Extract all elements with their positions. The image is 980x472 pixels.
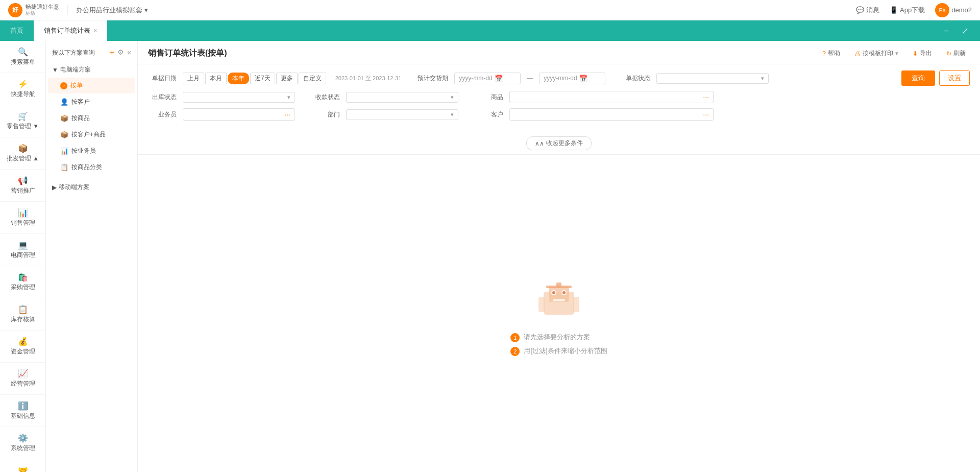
date-btn-7days[interactable]: 近7天 [250,73,275,84]
tab-close-icon[interactable]: × [93,27,97,34]
page-header-actions: ? 帮助 🖨 按模板打印 ▾ ⬇ 导出 ↻ 刷新 [818,47,970,60]
sidebar-item-shortcut[interactable]: ⚡ 快捷导航 [0,73,45,105]
scheme-category-label: 按商品分类 [71,163,102,172]
product-select[interactable]: ··· [509,91,714,103]
sidebar-item-sales[interactable]: 📊 销售管理 [0,202,45,234]
user-name: demo2 [951,6,972,14]
scheme-cust-prod-label: 按客户+商品 [71,130,106,139]
svg-point-5 [562,291,566,294]
doc-status-label: 单据状态 [622,74,650,83]
logo-title: 畅捷通好生意 [26,4,59,10]
tip-text-1: 请先选择要分析的方案 [524,333,590,342]
sidebar-item-finance[interactable]: 💰 资金管理 [0,331,45,363]
scheme-item-salesperson[interactable]: 📊 按业务员 [48,143,135,159]
tab-home[interactable]: 首页 [0,20,34,41]
sidebar-item-enterprise[interactable]: 🤝 企业协同 [0,459,45,472]
order-active-dot: ○ [60,82,67,89]
expected-date-to[interactable]: yyyy-mm-dd 📅 [539,73,605,84]
customer-select[interactable]: ··· [509,108,714,121]
tip-num-2: 2 [510,347,520,356]
sidebar-item-wholesale[interactable]: 📦 批发管理 ▲ [0,137,45,170]
sidebar-item-purchase[interactable]: 🛍️ 采购管理 [0,266,45,298]
tab-active[interactable]: 销售订单统计表 × [34,20,107,41]
left-panel: 按以下方案查询 + ⚙ « ▼ 电脑端方案 ○ 按单 [46,41,138,472]
department-select[interactable]: ▾ [346,109,458,120]
mobile-section-arrow: ▶ [52,184,57,191]
date-label: 单据日期 [148,74,177,83]
add-scheme-btn[interactable]: + [110,48,114,57]
date-btn-more[interactable]: 更多 [276,73,298,84]
query-btn[interactable]: 查询 [901,70,935,86]
doc-status-select[interactable]: ▾ [656,73,769,84]
expected-date-from[interactable]: yyyy-mm-dd 📅 [454,73,521,84]
pc-section-label: 电脑端方案 [60,65,91,74]
scheme-item-product[interactable]: 📦 按商品 [48,110,135,126]
sidebar-label-marketing: 营销推广 [0,186,45,195]
top-bar: 好 畅捷通好生意 标版 办公用品行业模拟账套 ▾ 💬 消息 📱 App下载 Ea… [0,0,980,20]
date-to-placeholder: yyyy-mm-dd [544,75,577,82]
main-layout: 🔍 搜索菜单 ⚡ 快捷导航 🛒 零售管理 ▼ 📦 批发管理 ▲ 📢 营销推广 📊… [0,41,980,472]
sidebar-item-search[interactable]: 🔍 搜索菜单 [0,41,45,73]
sidebar-item-inventory[interactable]: 📋 库存核算 [0,298,45,331]
collapse-more-btn[interactable]: ∧∧ 收起更多条件 [526,136,592,150]
content-area: 按以下方案查询 + ⚙ « ▼ 电脑端方案 ○ 按单 [46,41,980,472]
message-btn[interactable]: 💬 消息 [856,6,879,15]
help-icon: ? [822,50,826,57]
sidebar-item-basic[interactable]: ℹ️ 基础信息 [0,395,45,427]
refresh-btn[interactable]: ↻ 刷新 [942,47,970,60]
avatar: Ea [935,3,949,17]
collapse-panel-btn[interactable]: « [127,48,131,57]
sidebar: 🔍 搜索菜单 ⚡ 快捷导航 🛒 零售管理 ▼ 📦 批发管理 ▲ 📢 营销推广 📊… [0,41,46,472]
payment-status-label: 收款状态 [311,93,340,102]
logo-icon: 好 [8,3,22,17]
sidebar-item-system[interactable]: ⚙️ 系统管理 [0,427,45,459]
sidebar-label-purchase: 采购管理 [0,283,45,292]
app-label: App下载 [900,6,925,15]
user-area[interactable]: Ea demo2 [935,3,972,17]
tab-minimize-btn[interactable]: – [939,23,953,38]
print-btn[interactable]: 🖨 按模板打印 ▾ [850,47,902,60]
pc-section-title[interactable]: ▼ 电脑端方案 [46,62,137,77]
date-btn-this-month[interactable]: 本月 [205,73,227,84]
sidebar-item-retail[interactable]: 🛒 零售管理 ▼ [0,105,45,137]
doc-status-arrow-icon: ▾ [761,75,764,82]
scheme-item-category[interactable]: 📋 按商品分类 [48,159,135,175]
tab-maximize-btn[interactable]: ⤢ [958,23,972,38]
svg-rect-8 [556,282,561,287]
department-arrow-icon: ▾ [451,111,454,118]
sidebar-label-inventory: 库存核算 [0,315,45,324]
payment-status-select[interactable]: ▾ [346,92,458,103]
sidebar-item-operations[interactable]: 📈 经营管理 [0,363,45,395]
sidebar-item-ecommerce[interactable]: 💻 电商管理 [0,234,45,266]
scheme-item-cust-prod[interactable]: 📦 按客户+商品 [48,127,135,143]
ecommerce-icon: 💻 [0,240,45,250]
export-btn[interactable]: ⬇ 导出 [909,47,936,60]
help-btn[interactable]: ? 帮助 [818,47,844,60]
export-label: 导出 [920,49,932,58]
scheme-item-customer[interactable]: 👤 按客户 [48,94,135,110]
system-icon: ⚙️ [0,433,45,443]
customer-dots-icon[interactable]: ··· [703,110,709,119]
finance-icon: 💰 [0,337,45,346]
department-label: 部门 [311,110,340,119]
marketing-icon: 📢 [0,176,45,185]
mobile-section-title[interactable]: ▶ 移动端方案 [46,180,137,195]
date-btn-this-year[interactable]: 本年 [228,73,249,84]
scheme-item-order[interactable]: ○ 按单 [48,78,135,93]
settings-btn[interactable]: 设置 [939,70,970,86]
sidebar-item-marketing[interactable]: 📢 营销推广 [0,170,45,202]
date-btn-prev-month[interactable]: 上月 [183,73,204,84]
sidebar-label-operations: 经营管理 [0,380,45,388]
date-btn-custom[interactable]: 自定义 [299,73,326,84]
salesperson-dots-icon[interactable]: ··· [284,110,290,119]
ship-status-select[interactable]: ▾ [183,92,295,103]
workspace-selector[interactable]: 办公用品行业模拟账套 ▾ [76,6,148,15]
enterprise-icon: 🤝 [0,465,45,472]
product-dots-icon[interactable]: ··· [703,93,709,101]
app-download-btn[interactable]: 📱 App下载 [890,6,925,15]
print-arrow-icon: ▾ [895,50,898,57]
salesperson-select[interactable]: ··· [183,108,295,121]
settings-scheme-btn[interactable]: ⚙ [117,48,124,57]
date-range-btns: 上月 本月 本年 近7天 更多 自定义 [183,73,326,84]
scheme-product-label: 按商品 [71,114,90,123]
